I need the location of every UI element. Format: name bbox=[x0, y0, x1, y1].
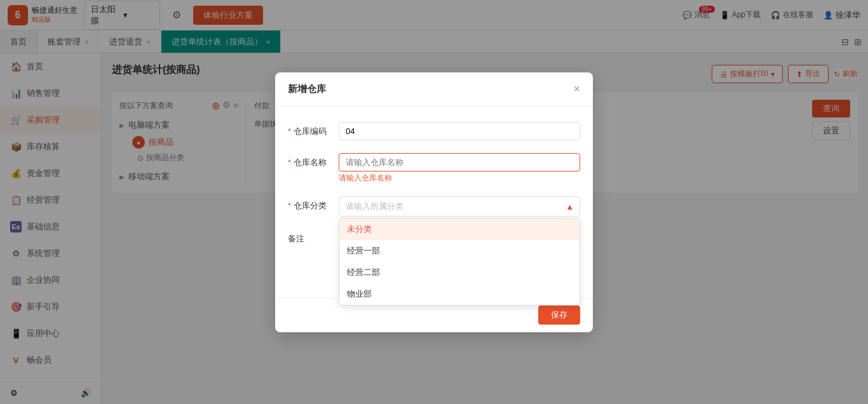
dropdown-item-property[interactable]: 物业部 bbox=[339, 283, 580, 305]
warehouse-category-label: * 仓库分类 bbox=[288, 196, 339, 212]
warehouse-code-field: * 仓库编码 bbox=[288, 122, 580, 140]
warehouse-category-input-wrap: 请输入所属分类 ▲ 未分类 经营一部 经营二部 物业部 bbox=[339, 196, 580, 217]
dropdown-item-ops2[interactable]: 经营二部 bbox=[339, 262, 580, 283]
category-dropdown-menu: 未分类 经营一部 经营二部 物业部 bbox=[339, 218, 580, 306]
category-placeholder: 请输入所属分类 bbox=[346, 201, 403, 212]
warehouse-name-input[interactable] bbox=[339, 153, 580, 172]
modal-overlay: 新增仓库 × * 仓库编码 * 仓库名称 bbox=[0, 0, 868, 404]
warehouse-code-label: * 仓库编码 bbox=[288, 122, 339, 137]
modal-close-button[interactable]: × bbox=[573, 83, 580, 96]
save-button[interactable]: 保存 bbox=[538, 306, 580, 325]
warehouse-name-input-wrap: 请输入仓库名称 bbox=[339, 153, 580, 184]
dropdown-item-ops1[interactable]: 经营一部 bbox=[339, 240, 580, 262]
warehouse-code-input-wrap bbox=[339, 122, 580, 140]
warehouse-code-input[interactable] bbox=[339, 122, 580, 140]
warehouse-category-field: * 仓库分类 请输入所属分类 ▲ 未分类 经营一部 经营二部 物业部 bbox=[288, 196, 580, 217]
add-warehouse-modal: 新增仓库 × * 仓库编码 * 仓库名称 bbox=[275, 72, 593, 332]
modal-header: 新增仓库 × bbox=[275, 72, 593, 107]
remark-label: 备注 bbox=[288, 229, 339, 245]
dropdown-arrow-up-icon: ▲ bbox=[566, 201, 574, 211]
warehouse-name-label: * 仓库名称 bbox=[288, 153, 339, 168]
dropdown-item-uncategorized[interactable]: 未分类 bbox=[339, 219, 580, 240]
warehouse-name-error: 请输入仓库名称 bbox=[339, 173, 580, 184]
category-dropdown[interactable]: 请输入所属分类 ▲ bbox=[339, 196, 580, 217]
warehouse-name-field: * 仓库名称 请输入仓库名称 bbox=[288, 153, 580, 184]
modal-body: * 仓库编码 * 仓库名称 请输入仓库名称 bbox=[275, 107, 593, 297]
modal-title: 新增仓库 bbox=[288, 83, 326, 95]
